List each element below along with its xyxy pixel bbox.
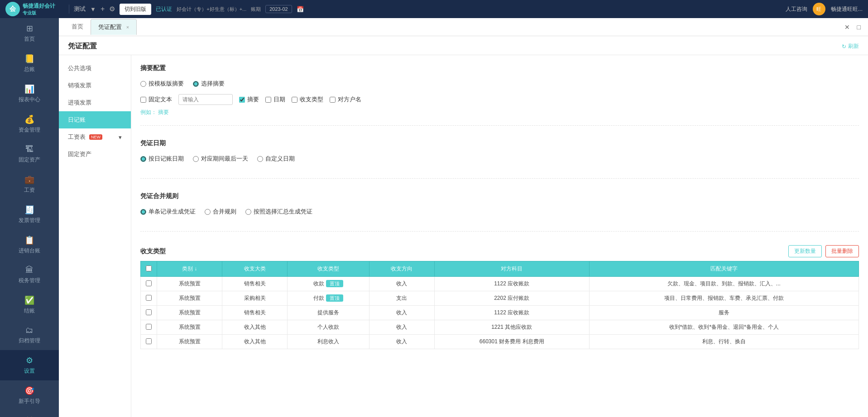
cell-major-type: 销售相关 [222,277,288,291]
app-layout: ⊞ 首页 📒 总账 📊 报表中心 💰 资金管理 🏗 固定资产 💼 工资 🧾 发票… [0,18,868,417]
cell-major-type: 收入其他 [222,320,288,335]
left-menu-item-fixed-assets[interactable]: 固定资产 [59,146,131,163]
sidebar-item-archive[interactable]: 🗂 归档管理 [0,320,59,350]
certified-tag: 已认证 [156,5,172,13]
tab-close-btn[interactable]: × [126,24,129,30]
left-menu-item-payroll[interactable]: 工资表 NEW ▾ [59,128,131,146]
sidebar-item-guide[interactable]: 🎯 新手引导 [0,380,59,411]
user-name: 畅捷通旺旺... [831,5,863,13]
cell-subject: 1122 应收账款 [434,277,589,291]
checkbox-fixed-text[interactable]: 固定文本 [140,95,172,104]
refresh-btn[interactable]: ↻ 刷新 [842,43,859,50]
row-checkbox[interactable] [146,280,152,286]
cell-income-type: 付款 置顶 [288,291,369,306]
summary-radio-group: 按模板版摘要 选择摘要 [140,80,859,88]
chevron-down-icon: ▾ [119,134,122,141]
switch-old-btn[interactable]: 切到旧版 [120,4,151,15]
cell-income-type: 提供服务 [288,306,369,320]
radio-select-summary[interactable]: 选择摘要 [193,80,225,88]
sidebar-item-invoice[interactable]: 🧾 发票管理 [0,199,59,230]
cell-subject: 1221 其他应收款 [434,320,589,335]
logo: 会 畅捷通好会计 专业版 [5,2,64,16]
sidebar-item-settings[interactable]: ⚙ 设置 [0,350,59,380]
settings-icon[interactable]: ⚙ [109,5,115,13]
table-row: 系统预置 销售相关 收款 置顶 收入 1122 应收账款 欠款、现金、项目款、到… [141,277,859,291]
sidebar-item-funds[interactable]: 💰 资金管理 [0,109,59,139]
help-label[interactable]: 人工咨询 [786,5,807,13]
sidebar-item-report[interactable]: 📊 报表中心 [0,79,59,109]
settings-icon: ⚙ [26,355,33,365]
cell-income-type: 利息收入 [288,335,369,349]
divider [69,5,69,14]
row-checkbox[interactable] [146,338,152,344]
cell-keywords: 服务 [589,306,858,320]
top-badge[interactable]: 置顶 [326,294,343,302]
cell-keywords: 欠款、现金、项目款、到款、报销款、汇入、... [589,277,858,291]
tab-voucher-config[interactable]: 凭证配置 × [91,19,137,35]
cell-major-type: 采购相关 [222,291,288,306]
archive-icon: 🗂 [25,326,34,335]
sidebar-item-inout[interactable]: 📋 进销台账 [0,230,59,260]
sidebar-item-tax[interactable]: 🏛 税务管理 [0,260,59,290]
radio-template-summary[interactable]: 按模板版摘要 [140,80,184,88]
summary-checkbox-row: 固定文本 摘要 日期 收支类型 [140,94,859,105]
col-category: 类别 ↓ [157,261,222,277]
guide-icon: 🎯 [24,386,34,396]
sidebar-item-home[interactable]: ⊞ 首页 [0,18,59,48]
left-menu-item-sales-invoice[interactable]: 销项发票 [59,77,131,94]
left-menu: 公共选项 销项发票 进项发票 日记账 工资表 NEW ▾ [59,55,131,417]
table-row: 系统预置 采购相关 付款 置顶 支出 2202 应付账款 项目、日常费用、报销款… [141,291,859,306]
summary-section: 摘要配置 按模板版摘要 选择摘要 [140,64,859,126]
checkbox-date[interactable]: 日期 [265,95,285,104]
sidebar-item-fixed-assets[interactable]: 🏗 固定资产 [0,139,59,169]
calendar-icon[interactable]: 📅 [297,6,304,13]
content-area: 公共选项 销项发票 进项发票 日记账 工资表 NEW ▾ [59,55,868,417]
col-keywords: 匹配关键字 [589,261,858,277]
select-all-checkbox[interactable] [146,265,152,271]
add-icon[interactable]: + [101,5,105,13]
col-subject: 对方科目 [434,261,589,277]
row-checkbox[interactable] [146,295,152,301]
merge-rule-section: 凭证合并规则 单条记录生成凭证 合并规则 按照选择汇总生成凭证 [140,192,859,232]
top-bar-right: 人工咨询 旺 畅捷通旺旺... [786,3,863,15]
voucher-date-title: 凭证日期 [140,139,859,147]
checkbox-income-type[interactable]: 收支类型 [292,95,323,104]
period-value[interactable]: 2023-02 [265,5,292,13]
row-checkbox[interactable] [146,324,152,330]
checkbox-summary[interactable]: 摘要 [239,95,259,104]
radio-merge-rule[interactable]: 合并规则 [205,208,236,216]
sidebar-item-salary[interactable]: 💼 工资 [0,169,59,199]
row-checkbox[interactable] [146,309,152,315]
fixed-text-input[interactable] [178,94,233,105]
ledger-icon: 📒 [24,54,34,64]
sidebar-item-ledger[interactable]: 📒 总账 [0,48,59,79]
cell-subject: 660301 财务费用 利息费用 [434,335,589,349]
left-menu-item-journal[interactable]: 日记账 [59,111,131,128]
dropdown-arrow-icon[interactable]: ▼ [90,6,96,13]
sidebar-item-label: 税务管理 [19,277,40,284]
radio-custom-date[interactable]: 自定义日期 [257,155,295,163]
left-menu-item-purchase-invoice[interactable]: 进项发票 [59,94,131,111]
delete-btn[interactable]: 批量删除 [825,245,859,257]
radio-by-journal-date[interactable]: 按日记账日期 [140,155,184,163]
logo-icon: 会 [5,2,20,16]
sidebar-item-member[interactable]: 👑 畅会员 [0,411,59,417]
window-close-btn[interactable]: ✕ [843,22,852,33]
top-badge[interactable]: 置顶 [326,280,343,287]
sidebar-item-closing[interactable]: ✅ 结账 [0,290,59,320]
inout-icon: 📋 [24,235,34,245]
radio-last-day-period[interactable]: 对应期间最后一天 [193,155,248,163]
voucher-date-radio-group: 按日记账日期 对应期间最后一天 自定义日期 [140,155,859,163]
checkbox-counterparty[interactable]: 对方户名 [330,95,361,104]
window-maximize-btn[interactable]: □ [855,22,863,33]
update-btn[interactable]: 更新数量 [788,245,822,257]
left-menu-item-public[interactable]: 公共选项 [59,60,131,77]
radio-aggregate[interactable]: 按照选择汇总生成凭证 [245,208,312,216]
tab-home[interactable]: 首页 [64,19,91,35]
avatar[interactable]: 旺 [813,3,825,15]
table-header-row: 收支类型 更新数量 批量删除 [140,245,859,257]
top-bar: 会 畅捷通好会计 专业版 测试 ▼ + ⚙ 切到旧版 已认证 好会计（专）+好生… [0,0,868,18]
radio-single-record[interactable]: 单条记录生成凭证 [140,208,196,216]
income-expense-section: 收支类型 更新数量 批量删除 类别 ↓ [140,245,859,349]
sidebar: ⊞ 首页 📒 总账 📊 报表中心 💰 资金管理 🏗 固定资产 💼 工资 🧾 发票… [0,18,59,417]
